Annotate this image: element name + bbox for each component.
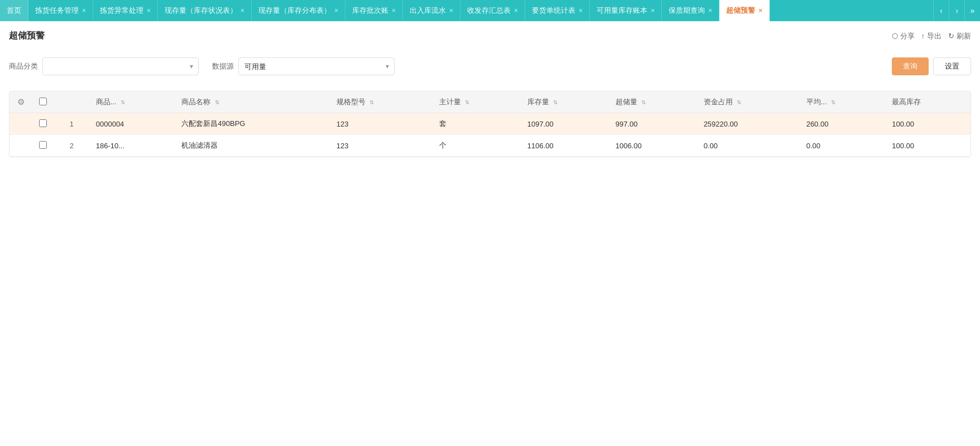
sort-capital-icon[interactable]: ⇅ — [737, 99, 741, 105]
row-stock-1: 1097.00 — [521, 113, 609, 135]
close-inout-flow[interactable]: × — [449, 7, 453, 14]
row-spec-2: 123 — [330, 135, 433, 157]
row-overstock-2: 1006.00 — [609, 135, 697, 157]
row-avg-2: 0.00 — [800, 135, 886, 157]
filter-buttons: 查询 设置 — [892, 57, 971, 75]
col-spec: 规格型号 ⇅ — [330, 91, 433, 113]
nav-abnormal[interactable]: 拣货异常处理 × — [93, 0, 158, 21]
row-spec-1: 123 — [330, 113, 433, 135]
close-available-account[interactable]: × — [651, 7, 655, 14]
table-row: 1 0000004 六配套新昌490BPG 123 套 1097.00 997.… — [9, 113, 971, 135]
col-capital: 资金占用 ⇅ — [697, 91, 800, 113]
nav-home[interactable]: 首页 — [0, 0, 28, 21]
page-header: 超储预警 ⬡ 分享 ↑ 导出 ↻ 刷新 — [9, 30, 971, 42]
nav-arrows: ‹ › » — [933, 0, 980, 21]
row-checkbox-2[interactable] — [39, 141, 47, 149]
col-unit: 主计量 ⇅ — [433, 91, 521, 113]
row-product-code-2: 186-10... — [89, 135, 175, 157]
nav-overstock-warning[interactable]: 超储预警 × — [719, 0, 770, 21]
row-checkbox-cell — [32, 135, 54, 157]
filter-area: 商品分类 数据源 可用量 查询 设置 — [9, 51, 971, 82]
nav-batch-account[interactable]: 库存批次账 × — [345, 0, 403, 21]
row-action-cell — [9, 135, 32, 157]
row-max-stock-2: 100.00 — [885, 135, 971, 157]
sort-spec-icon[interactable]: ⇅ — [369, 99, 374, 105]
share-button[interactable]: ⬡ 分享 — [892, 31, 915, 41]
row-num-1: 1 — [54, 113, 89, 135]
row-unit-2: 个 — [433, 135, 521, 157]
col-stock: 库存量 ⇅ — [521, 91, 609, 113]
nav-available-account[interactable]: 可用量库存账本 × — [590, 0, 662, 21]
row-capital-1: 259220.00 — [697, 113, 800, 135]
header-actions: ⬡ 分享 ↑ 导出 ↻ 刷新 — [892, 31, 972, 41]
row-unit-1: 套 — [433, 113, 521, 135]
col-product-code: 商品... ⇅ — [89, 91, 175, 113]
share-icon: ⬡ — [892, 32, 898, 40]
row-overstock-1: 997.00 — [609, 113, 697, 135]
refresh-button[interactable]: ↻ 刷新 — [948, 31, 971, 41]
nav-inventory-dist[interactable]: 现存量（库存分布表） × — [252, 0, 345, 21]
main-content: 超储预警 ⬡ 分享 ↑ 导出 ↻ 刷新 商品分类 — [0, 21, 980, 446]
nav-order-stats[interactable]: 要货单统计表 × — [525, 0, 590, 21]
nav-quality-check[interactable]: 保质期查询 × — [662, 0, 719, 21]
nav-task-mgmt[interactable]: 拣货任务管理 × — [28, 0, 93, 21]
col-avg: 平均... ⇅ — [800, 91, 886, 113]
row-avg-1: 260.00 — [800, 113, 886, 135]
category-select-wrapper — [42, 57, 199, 75]
close-batch-account[interactable]: × — [392, 7, 396, 14]
category-filter: 商品分类 — [9, 57, 199, 75]
datasource-select-wrapper: 可用量 — [238, 57, 395, 75]
export-icon: ↑ — [921, 32, 925, 40]
row-action-cell — [9, 113, 32, 135]
col-product-name: 商品名称 ⇅ — [175, 91, 330, 113]
query-button[interactable]: 查询 — [892, 57, 929, 75]
table-body: 1 0000004 六配套新昌490BPG 123 套 1097.00 997.… — [9, 113, 971, 157]
nav-inventory-status[interactable]: 现存量（库存状况表） × — [158, 0, 252, 21]
page-title: 超储预警 — [9, 30, 45, 42]
settings-button[interactable]: 设置 — [933, 57, 971, 75]
header-row: ⚙ 商品... ⇅ 商品名称 ⇅ 规格型号 — [9, 91, 971, 113]
row-product-code-1: 0000004 — [89, 113, 175, 135]
top-nav: 首页 拣货任务管理 × 拣货异常处理 × 现存量（库存状况表） × 现存量（库存… — [0, 0, 980, 21]
close-quality-check[interactable]: × — [708, 7, 712, 14]
close-abnormal[interactable]: × — [147, 7, 151, 14]
close-inventory-status[interactable]: × — [241, 7, 244, 14]
sort-product-code-icon[interactable]: ⇅ — [121, 99, 125, 105]
overstock-table: ⚙ 商品... ⇅ 商品名称 ⇅ 规格型号 — [9, 91, 971, 157]
col-settings: ⚙ — [9, 91, 32, 113]
select-all-checkbox[interactable] — [39, 98, 47, 105]
row-checkbox-cell — [32, 113, 54, 135]
datasource-select[interactable]: 可用量 — [238, 57, 395, 75]
row-product-name-1: 六配套新昌490BPG — [175, 113, 330, 135]
refresh-icon: ↻ — [948, 32, 954, 40]
nav-next-button[interactable]: › — [949, 0, 964, 21]
datasource-filter: 数据源 可用量 — [212, 57, 395, 75]
sort-avg-icon[interactable]: ⇅ — [831, 99, 835, 105]
column-settings-icon[interactable]: ⚙ — [17, 97, 25, 106]
table-row: 2 186-10... 机油滤清器 123 个 1106.00 1006.00 … — [9, 135, 971, 157]
close-inventory-dist[interactable]: × — [334, 7, 338, 14]
category-select[interactable] — [42, 57, 199, 75]
nav-recv-summary[interactable]: 收发存汇总表 × — [460, 0, 525, 21]
sort-product-name-icon[interactable]: ⇅ — [215, 99, 219, 105]
row-max-stock-1: 100.00 — [885, 113, 971, 135]
nav-inout-flow[interactable]: 出入库流水 × — [403, 0, 460, 21]
close-order-stats[interactable]: × — [579, 7, 583, 14]
close-recv-summary[interactable]: × — [514, 7, 518, 14]
data-table: ⚙ 商品... ⇅ 商品名称 ⇅ 规格型号 — [9, 91, 971, 157]
table-header: ⚙ 商品... ⇅ 商品名称 ⇅ 规格型号 — [9, 91, 971, 113]
sort-stock-icon[interactable]: ⇅ — [553, 99, 558, 105]
row-stock-2: 1106.00 — [521, 135, 609, 157]
sort-unit-icon[interactable]: ⇅ — [465, 99, 469, 105]
nav-prev-button[interactable]: ‹ — [933, 0, 949, 21]
nav-more-button[interactable]: » — [964, 0, 980, 21]
row-num-2: 2 — [54, 135, 89, 157]
sort-overstock-icon[interactable]: ⇅ — [641, 99, 646, 105]
col-overstock: 超储量 ⇅ — [609, 91, 697, 113]
export-button[interactable]: ↑ 导出 — [921, 31, 942, 41]
row-capital-2: 0.00 — [697, 135, 800, 157]
col-row-num — [54, 91, 89, 113]
close-overstock-warning[interactable]: × — [758, 7, 762, 14]
row-checkbox-1[interactable] — [39, 119, 47, 127]
close-task-mgmt[interactable]: × — [82, 7, 86, 14]
